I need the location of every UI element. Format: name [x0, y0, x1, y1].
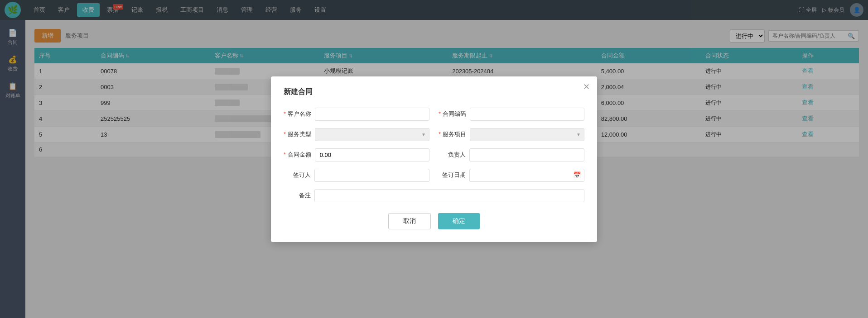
remark-input[interactable] [314, 189, 584, 202]
contract-no-group: 合同编码 [439, 108, 584, 121]
person-in-charge-group: 负责人 [439, 148, 584, 161]
form-row-1: 客户名称 合同编码 [284, 108, 584, 121]
sign-date-group: 签订日期 2023-06-06 📅 [439, 169, 584, 182]
remark-label: 备注 [284, 191, 311, 199]
contract-amount-input[interactable] [315, 148, 429, 161]
sign-date-label: 签订日期 [439, 171, 466, 179]
contract-no-label: 合同编码 [439, 110, 466, 118]
sign-date-input[interactable]: 2023-06-06 [469, 169, 584, 182]
service-type-select[interactable] [315, 128, 429, 141]
sign-date-wrapper: 2023-06-06 📅 [469, 169, 584, 182]
signer-label: 签订人 [284, 171, 311, 179]
customer-name-input[interactable] [315, 108, 429, 121]
service-type-group: 服务类型 [284, 128, 429, 141]
contract-amount-group: 合同金额 [284, 148, 429, 161]
form-row-3: 合同金额 负责人 [284, 148, 584, 161]
modal-footer: 取消 确定 [284, 213, 584, 229]
signer-input[interactable] [314, 169, 429, 182]
main-layout: 📄 合同 💰 收费 📋 对账单 新增 服务项目 进行中 已完成 已终止 [0, 20, 868, 318]
customer-name-group: 客户名称 [284, 108, 429, 121]
cancel-button[interactable]: 取消 [388, 213, 431, 229]
confirm-button[interactable]: 确定 [438, 213, 480, 229]
modal-close-button[interactable]: ✕ [583, 83, 590, 91]
service-type-label: 服务类型 [284, 130, 311, 138]
calendar-icon[interactable]: 📅 [573, 171, 581, 179]
service-type-select-wrapper [315, 128, 429, 141]
form-row-5: 备注 [284, 189, 584, 202]
service-item-select-wrapper [470, 128, 584, 141]
service-item-select[interactable] [470, 128, 584, 141]
service-item-label: 服务项目 [439, 130, 466, 138]
contract-no-input[interactable] [470, 108, 584, 121]
form-row-2: 服务类型 服务项目 [284, 128, 584, 141]
modal-title: 新建合同 [284, 87, 584, 97]
content-area: 新增 服务项目 进行中 已完成 已终止 🔍 序号 合同编码⇅ [25, 20, 868, 318]
person-in-charge-label: 负责人 [439, 151, 466, 159]
contract-amount-label: 合同金额 [284, 151, 311, 159]
modal-overlay: 新建合同 ✕ 客户名称 合同编码 服务类型 [25, 20, 868, 318]
remark-group: 备注 [284, 189, 584, 202]
service-item-group: 服务项目 [439, 128, 584, 141]
form-row-4: 签订人 签订日期 2023-06-06 📅 [284, 169, 584, 182]
customer-name-label: 客户名称 [284, 110, 311, 118]
new-contract-modal: 新建合同 ✕ 客户名称 合同编码 服务类型 [271, 76, 597, 242]
person-in-charge-input[interactable] [469, 148, 584, 161]
signer-group: 签订人 [284, 169, 429, 182]
